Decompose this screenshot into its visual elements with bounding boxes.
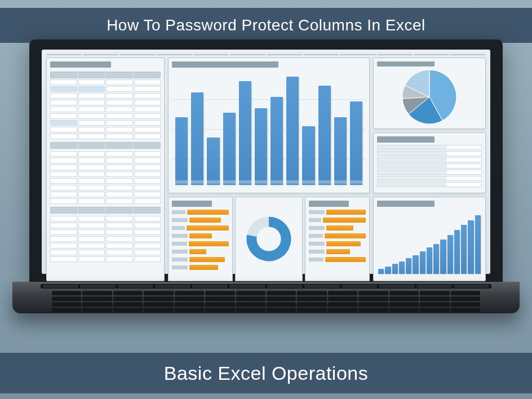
- sheet-body[interactable]: [50, 79, 161, 277]
- ribbon-tab[interactable]: [450, 54, 486, 55]
- panel-title: [377, 201, 435, 207]
- bar: [334, 117, 347, 185]
- bar: [271, 97, 283, 185]
- spreadsheet-panel: [46, 57, 165, 281]
- bar-chart: [172, 70, 366, 189]
- donut-panel: [235, 197, 303, 281]
- panel-title: [50, 61, 111, 68]
- laptop: [29, 39, 503, 313]
- bar: [255, 108, 267, 185]
- laptop-base: [12, 282, 520, 313]
- excel-window: [42, 50, 490, 274]
- hbar-chart-left: [172, 209, 229, 272]
- ribbon-tab[interactable]: [157, 54, 192, 55]
- ribbon-toolbar: [46, 54, 486, 55]
- sheet-header-row: [50, 72, 161, 78]
- bar: [223, 113, 236, 185]
- bar-chart-panel: [168, 57, 370, 193]
- panel-title: [377, 61, 435, 66]
- mini-list: [377, 145, 482, 188]
- bar: [239, 81, 251, 185]
- hbar-left-panel: [168, 197, 233, 281]
- right-column: [373, 57, 486, 193]
- bar: [318, 86, 331, 185]
- title-banner-bottom: Basic Excel Operations: [0, 353, 532, 393]
- panel-title: [377, 136, 435, 143]
- ribbon-tab[interactable]: [414, 54, 449, 55]
- ascending-bar-panel: [373, 197, 486, 281]
- keyboard: [52, 291, 480, 310]
- bar: [350, 101, 362, 185]
- ribbon-tab[interactable]: [303, 54, 339, 55]
- donut-chart: [243, 214, 294, 264]
- bar: [302, 126, 314, 185]
- ribbon-tab[interactable]: [340, 54, 375, 55]
- bar: [207, 138, 219, 185]
- panel-title: [172, 201, 212, 207]
- ribbon-tab[interactable]: [193, 54, 229, 55]
- title-text-top: How To Password Protect Columns In Excel: [107, 16, 425, 34]
- ribbon-tab[interactable]: [377, 54, 413, 55]
- mini-list-panel: [373, 132, 486, 193]
- ribbon-tab[interactable]: [119, 54, 155, 55]
- panel-title: [172, 61, 278, 68]
- laptop-screen: [29, 39, 503, 282]
- panel-title: [309, 201, 349, 207]
- hbar-right-panel: [305, 197, 370, 281]
- bar: [175, 117, 188, 185]
- ascending-bar-chart: [377, 209, 482, 277]
- pie-chart-panel: [373, 57, 486, 129]
- dashboard-grid: [46, 57, 486, 281]
- ribbon-tab[interactable]: [267, 54, 302, 55]
- title-text-bottom: Basic Excel Operations: [164, 362, 369, 384]
- ribbon-tab[interactable]: [46, 54, 82, 55]
- hbar-chart-right: [309, 209, 366, 264]
- title-banner-top: How To Password Protect Columns In Excel: [0, 8, 532, 43]
- bottom-middle-group: [168, 197, 370, 281]
- svg-point-0: [256, 227, 281, 251]
- bar: [286, 77, 299, 185]
- bar: [191, 92, 203, 185]
- pie-chart: [401, 69, 458, 125]
- touchbar: [41, 284, 491, 289]
- ribbon-tab[interactable]: [83, 54, 118, 55]
- ribbon-tab[interactable]: [230, 54, 265, 55]
